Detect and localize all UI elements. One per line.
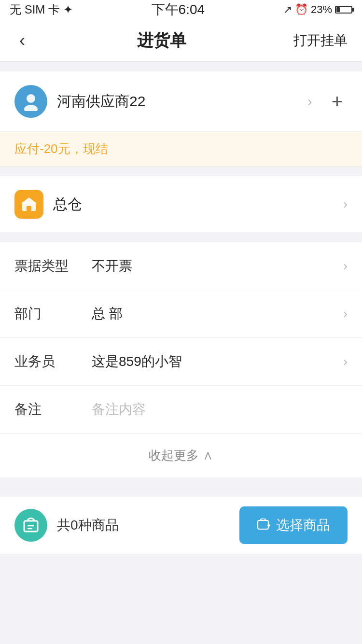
- status-left: 无 SIM 卡 ✦: [10, 2, 73, 17]
- salesperson-chevron: ›: [343, 354, 348, 369]
- department-label: 部门: [14, 305, 72, 323]
- svg-point-1: [24, 105, 38, 111]
- sim-label: 无 SIM 卡 ✦: [10, 2, 73, 17]
- form-card: 票据类型 不开票 › 部门 总 部 › 业务员 这是859的小智 › 备注 备注…: [0, 242, 362, 477]
- battery-icon: [335, 6, 352, 14]
- remark-row[interactable]: 备注 备注内容: [0, 385, 362, 433]
- ticket-type-label: 票据类型: [14, 257, 72, 275]
- department-row[interactable]: 部门 总 部 ›: [0, 290, 362, 337]
- select-product-button[interactable]: 选择商品: [239, 506, 348, 544]
- gap-4: [0, 477, 362, 487]
- remark-value: 备注内容: [72, 400, 348, 419]
- gap-3: [0, 232, 362, 242]
- notice-banner: 应付-20元，现结: [0, 132, 362, 167]
- salesperson-label: 业务员: [14, 352, 72, 371]
- department-value: 总 部: [72, 305, 343, 323]
- alarm-icon: ⏰: [295, 3, 308, 16]
- department-chevron: ›: [343, 306, 348, 322]
- battery-label: 23%: [311, 3, 332, 16]
- warehouse-row[interactable]: 总仓 ›: [0, 176, 362, 232]
- select-product-label: 选择商品: [276, 516, 330, 534]
- remark-label: 备注: [14, 400, 72, 419]
- supplier-avatar: [14, 85, 47, 118]
- svg-rect-4: [27, 206, 31, 211]
- supplier-name: 河南供应商22: [57, 92, 307, 112]
- ticket-type-row[interactable]: 票据类型 不开票 ›: [0, 242, 362, 290]
- ticket-type-value: 不开票: [72, 257, 343, 275]
- collapse-label: 收起更多 ∧: [149, 447, 213, 464]
- ticket-type-chevron: ›: [343, 258, 348, 274]
- nav-bar: ‹ 进货单 打开挂单: [0, 19, 362, 62]
- add-supplier-button[interactable]: +: [327, 91, 348, 112]
- back-button[interactable]: ‹: [14, 26, 30, 56]
- location-icon: ↗: [283, 3, 292, 16]
- salesperson-row[interactable]: 业务员 这是859的小智 ›: [0, 337, 362, 385]
- supplier-card: 河南供应商22 › + 应付-20元，现结: [0, 71, 362, 167]
- warehouse-name: 总仓: [53, 195, 343, 214]
- svg-marker-3: [21, 197, 37, 203]
- warehouse-chevron-icon: ›: [343, 196, 348, 212]
- product-bar: 共0种商品 选择商品: [0, 497, 362, 554]
- page-background: [0, 554, 362, 644]
- warehouse-icon: [14, 190, 43, 219]
- gap-2: [0, 167, 362, 176]
- product-icon: [14, 509, 47, 542]
- warehouse-card: 总仓 ›: [0, 176, 362, 232]
- supplier-row[interactable]: 河南供应商22 › +: [0, 71, 362, 132]
- open-pending-button[interactable]: 打开挂单: [293, 31, 348, 50]
- status-right: ↗ ⏰ 23%: [283, 3, 352, 16]
- status-bar: 无 SIM 卡 ✦ 下午6:04 ↗ ⏰ 23%: [0, 0, 362, 19]
- collapse-button[interactable]: 收起更多 ∧: [0, 433, 362, 477]
- supplier-chevron-icon: ›: [307, 93, 312, 110]
- salesperson-value: 这是859的小智: [72, 352, 343, 371]
- svg-rect-8: [258, 520, 268, 529]
- product-count: 共0种商品: [57, 516, 239, 534]
- gap-1: [0, 62, 362, 71]
- status-time: 下午6:04: [152, 0, 205, 19]
- page-title: 进货单: [137, 29, 186, 52]
- svg-point-0: [27, 94, 35, 103]
